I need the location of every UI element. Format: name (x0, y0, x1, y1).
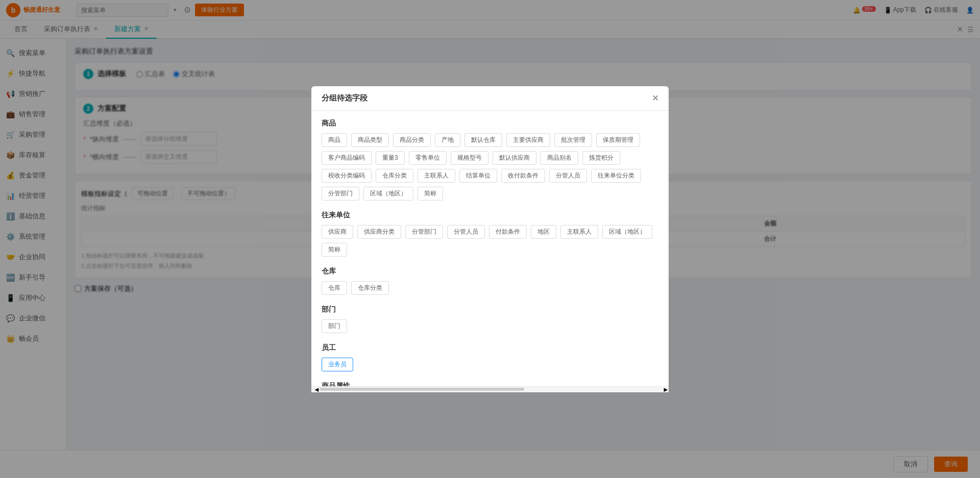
section-partner-tags: 供应商 供应商分类 分管部门 分管人员 付款条件 地区 主联系人 区域（地区） … (322, 225, 658, 257)
field-tag[interactable]: 拣货积分 (582, 151, 620, 165)
modal-overlay: 分组待选字段 ✕ 商品 商品 商品类型 商品分类 产地 默认仓库 主要供应商 批… (0, 0, 980, 478)
section-partner: 往来单位 供应商 供应商分类 分管部门 分管人员 付款条件 地区 主联系人 区域… (322, 211, 658, 257)
field-tag[interactable]: 分管人员 (447, 225, 485, 239)
field-tag[interactable]: 商品类型 (351, 133, 389, 147)
section-department: 部门 部门 (322, 305, 658, 333)
field-tag[interactable]: 往来单位分类 (591, 169, 641, 183)
hscroll-right-arrow: ► (663, 386, 667, 393)
hscroll-left-arrow: ◄ (313, 386, 317, 393)
modal-header: 分组待选字段 ✕ (311, 86, 669, 111)
field-tag[interactable]: 区域（地区） (363, 187, 413, 200)
field-tag[interactable]: 分管部门 (322, 187, 359, 200)
field-tag[interactable]: 分管部门 (405, 225, 443, 239)
section-product-title: 商品 (322, 119, 658, 128)
modal-title: 分组待选字段 (322, 93, 368, 103)
field-tag[interactable]: 结算单位 (459, 169, 497, 183)
section-partner-title: 往来单位 (322, 211, 658, 220)
section-warehouse-title: 仓库 (322, 267, 658, 276)
field-tag[interactable]: 供应商分类 (357, 225, 401, 239)
field-tag[interactable]: 商品分类 (393, 133, 431, 147)
field-tag[interactable]: 零售单位 (409, 151, 447, 165)
section-product-attr-title: 商品属性 (322, 382, 658, 386)
field-tag[interactable]: 产地 (435, 133, 460, 147)
section-product: 商品 商品 商品类型 商品分类 产地 默认仓库 主要供应商 批次管理 保质期管理… (322, 119, 658, 200)
field-tag[interactable]: 税收分类编码 (322, 169, 372, 183)
section-employee-tags: 业务员 (322, 358, 658, 371)
field-tag[interactable]: 主联系人 (418, 169, 455, 183)
field-tag[interactable]: 分管人员 (549, 169, 587, 183)
section-warehouse-tags: 仓库 仓库分类 (322, 281, 658, 295)
field-tag[interactable]: 地区 (531, 225, 556, 239)
field-tag[interactable]: 部门 (322, 319, 347, 333)
field-tag[interactable]: 客户商品编码 (322, 151, 372, 165)
modal-close-btn[interactable]: ✕ (652, 93, 658, 103)
section-employee-title: 员工 (322, 343, 658, 353)
field-tag[interactable]: 重量3 (376, 151, 405, 165)
field-tag-salesperson[interactable]: 业务员 (322, 358, 353, 371)
field-tag[interactable]: 供应商 (322, 225, 353, 239)
field-tag[interactable]: 商品 (322, 133, 347, 147)
hscroll-thumb[interactable] (320, 388, 524, 391)
field-tag[interactable]: 区域（地区） (602, 225, 652, 239)
field-tag[interactable]: 简称 (322, 243, 347, 257)
field-tag[interactable]: 仓库 (322, 281, 347, 295)
field-tag[interactable]: 主联系人 (560, 225, 598, 239)
field-tag[interactable]: 默认供应商 (493, 151, 536, 165)
field-tag[interactable]: 简称 (418, 187, 443, 200)
section-department-title: 部门 (322, 305, 658, 314)
field-selection-modal: 分组待选字段 ✕ 商品 商品 商品类型 商品分类 产地 默认仓库 主要供应商 批… (311, 86, 669, 392)
field-tag[interactable]: 商品别名 (541, 151, 578, 165)
field-tag[interactable]: 保质期管理 (596, 133, 640, 147)
field-tag[interactable]: 仓库分类 (376, 169, 413, 183)
field-tag[interactable]: 批次管理 (554, 133, 592, 147)
field-tag[interactable]: 付款条件 (489, 225, 527, 239)
field-tag[interactable]: 仓库分类 (351, 281, 389, 295)
field-tag[interactable]: 规格型号 (451, 151, 488, 165)
section-product-attr: 商品属性 属性 颜色 多规格 尺码 鞋码 1 (322, 382, 658, 386)
field-tag[interactable]: 默认仓库 (464, 133, 502, 147)
field-tag[interactable]: 主要供应商 (506, 133, 550, 147)
modal-body[interactable]: 商品 商品 商品类型 商品分类 产地 默认仓库 主要供应商 批次管理 保质期管理… (311, 111, 669, 386)
section-employee: 员工 业务员 (322, 343, 658, 371)
modal-horizontal-scrollbar[interactable]: ◄ ► (311, 386, 669, 392)
section-product-tags: 商品 商品类型 商品分类 产地 默认仓库 主要供应商 批次管理 保质期管理 客户… (322, 133, 658, 200)
section-warehouse: 仓库 仓库 仓库分类 (322, 267, 658, 295)
field-tag[interactable]: 收付款条件 (501, 169, 545, 183)
section-department-tags: 部门 (322, 319, 658, 333)
